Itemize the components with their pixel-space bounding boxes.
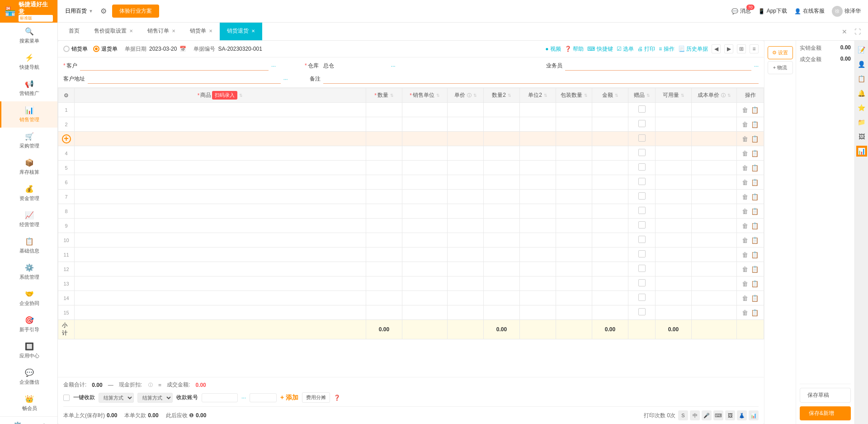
qty-cell[interactable]: [366, 103, 402, 117]
gift-checkbox[interactable]: [638, 265, 646, 272]
qty-cell[interactable]: [366, 132, 402, 146]
cost-sort-icon[interactable]: ⇅: [727, 93, 731, 98]
gift-cell[interactable]: [628, 117, 656, 132]
avail-sort-icon[interactable]: ⇅: [681, 93, 684, 98]
gift-cell[interactable]: [628, 219, 656, 233]
goods-cell[interactable]: [75, 103, 366, 117]
delete-row-icon[interactable]: 🗑: [742, 280, 748, 287]
qty2-cell[interactable]: [484, 117, 520, 132]
price-cell[interactable]: [448, 305, 484, 320]
cost-cell[interactable]: [692, 161, 737, 175]
price-cell[interactable]: [448, 248, 484, 262]
sb-icon-6[interactable]: 👗: [737, 410, 747, 420]
qty-cell[interactable]: [366, 190, 402, 204]
gift-checkbox[interactable]: [638, 149, 646, 156]
goods-cell[interactable]: [75, 233, 366, 248]
pkg-cell[interactable]: [556, 204, 592, 219]
delete-row-icon[interactable]: 🗑: [742, 251, 748, 258]
sales-input[interactable]: [565, 61, 751, 71]
cost-cell[interactable]: [692, 248, 737, 262]
qty-cell[interactable]: [366, 146, 402, 161]
amount-cell[interactable]: [592, 103, 628, 117]
avail-cell[interactable]: [656, 276, 692, 291]
qty2-cell[interactable]: [484, 175, 520, 190]
pkg-cell[interactable]: [556, 190, 592, 204]
cost-info-icon[interactable]: ⓘ: [721, 92, 726, 99]
settings-icon[interactable]: ⚙️: [13, 421, 22, 424]
delete-row-icon[interactable]: 🗑: [742, 106, 748, 114]
goods-cell[interactable]: [75, 219, 366, 233]
unit-cell[interactable]: [402, 132, 448, 146]
copy-row-icon[interactable]: 📋: [751, 251, 759, 258]
radio-return[interactable]: 退货单: [93, 45, 118, 53]
qty-cell[interactable]: [366, 117, 402, 132]
qty2-cell[interactable]: [484, 190, 520, 204]
price-cell[interactable]: [448, 175, 484, 190]
warehouse-dots-icon[interactable]: ···: [391, 63, 396, 69]
unit-cell[interactable]: [402, 219, 448, 233]
copy-row-icon[interactable]: 📋: [751, 222, 759, 229]
tab-sales-return[interactable]: 销货退货 ✕: [220, 23, 262, 40]
pkg-cell[interactable]: [556, 248, 592, 262]
copy-row-icon[interactable]: 📋: [751, 295, 759, 302]
radio-sales[interactable]: 销货单: [63, 45, 88, 53]
rp-icon-4[interactable]: 🔔: [856, 88, 867, 99]
rp-icon-7[interactable]: 🖼: [856, 131, 867, 142]
pkg-cell[interactable]: [556, 117, 592, 132]
sidebar-item-sales[interactable]: 📊 销售管理: [0, 101, 57, 128]
gift-checkbox[interactable]: [638, 134, 646, 142]
amount-cell[interactable]: [592, 219, 628, 233]
pkg-cell[interactable]: [556, 132, 592, 146]
sidebar-item-marketing[interactable]: 📢 营销推广: [0, 75, 57, 101]
qty-cell[interactable]: [366, 161, 402, 175]
gift-cell[interactable]: [628, 103, 656, 117]
goods-cell[interactable]: [75, 175, 366, 190]
amount-cell[interactable]: [592, 204, 628, 219]
sidebar-item-inventory[interactable]: 📦 库存核算: [0, 154, 57, 180]
gift-cell[interactable]: [628, 305, 656, 320]
unit2-cell[interactable]: [520, 161, 556, 175]
shortcut-action[interactable]: ⌨ 快捷键: [587, 45, 613, 53]
cost-cell[interactable]: [692, 117, 737, 132]
add-row-button[interactable]: +: [62, 134, 71, 143]
copy-row-icon[interactable]: 📋: [751, 309, 759, 316]
goods-cell[interactable]: [75, 146, 366, 161]
unit2-cell[interactable]: [520, 175, 556, 190]
unit-cell[interactable]: [402, 161, 448, 175]
amount-cell[interactable]: [592, 248, 628, 262]
unit-cell[interactable]: [402, 103, 448, 117]
cost-cell[interactable]: [692, 103, 737, 117]
gift-checkbox[interactable]: [638, 163, 646, 171]
help-icon[interactable]: ❓: [334, 395, 340, 401]
tab-price-extract[interactable]: 售价提取设置 ✕: [87, 23, 140, 40]
sidebar-item-operations[interactable]: 📈 经营管理: [0, 206, 57, 233]
qty-cell[interactable]: [366, 204, 402, 219]
price-cell[interactable]: [448, 233, 484, 248]
prev-btn[interactable]: ◀: [712, 44, 721, 53]
qty2-cell[interactable]: [484, 204, 520, 219]
customer-dots-icon[interactable]: ···: [271, 63, 276, 69]
delete-row-icon[interactable]: 🗑: [742, 179, 748, 186]
sb-icon-7[interactable]: 📊: [749, 410, 759, 420]
price-cell[interactable]: [448, 219, 484, 233]
avail-cell[interactable]: [656, 291, 692, 305]
qty-cell[interactable]: [366, 219, 402, 233]
th-gear[interactable]: ⚙: [58, 88, 75, 103]
amount-cell[interactable]: [592, 161, 628, 175]
gift-checkbox[interactable]: [638, 236, 646, 243]
qty2-cell[interactable]: [484, 248, 520, 262]
scan-button[interactable]: 扫码录入: [212, 91, 237, 100]
cost-cell[interactable]: [692, 204, 737, 219]
delete-row-icon[interactable]: 🗑: [742, 309, 748, 316]
unit2-cell[interactable]: [520, 146, 556, 161]
rp-icon-3[interactable]: 📋: [856, 73, 867, 84]
amount-cell[interactable]: [592, 305, 628, 320]
tab-sales-order-close-icon[interactable]: ✕: [172, 29, 175, 33]
unit2-cell[interactable]: [520, 248, 556, 262]
delete-row-icon[interactable]: 🗑: [742, 121, 748, 128]
qty2-sort-icon[interactable]: ⇅: [508, 93, 511, 98]
qty2-cell[interactable]: [484, 305, 520, 320]
gift-cell[interactable]: [628, 233, 656, 248]
amount-input[interactable]: [250, 393, 277, 402]
unit-sort-icon[interactable]: ⇅: [436, 93, 440, 98]
